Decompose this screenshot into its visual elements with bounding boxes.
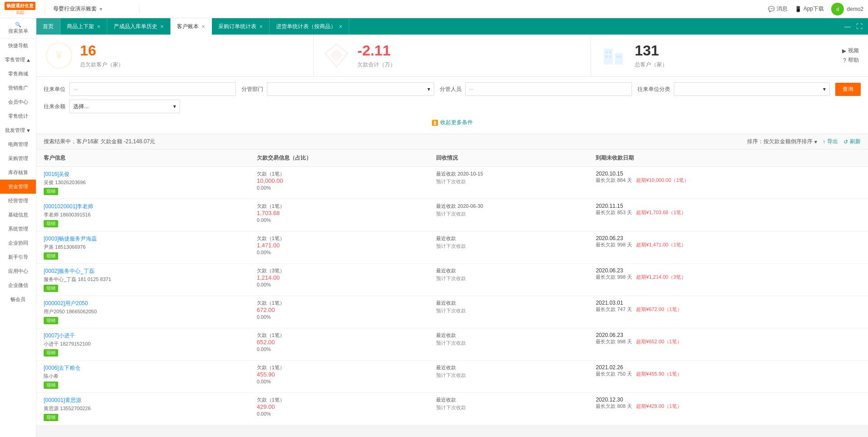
app-download-button[interactable]: 📱 App下载	[795, 5, 824, 13]
tab-customer-account[interactable]: 客户账本 ✕	[171, 18, 212, 35]
sidebar-item-new-guide[interactable]: 新手引导	[0, 250, 36, 264]
sidebar-item-enterprise[interactable]: 企业协同	[0, 236, 36, 250]
sidebar-item-system[interactable]: 系统管理	[0, 222, 36, 236]
sidebar-item-ecommerce[interactable]: 电商管理	[0, 137, 36, 151]
tab-purchase-summary[interactable]: 采购订单统计表 ✕	[212, 18, 270, 35]
tab-purchase-product-summary-label: 进货单统计表（按商品）	[276, 23, 336, 30]
sidebar-item-marketing[interactable]: 营销推广	[0, 81, 36, 95]
overdue-link-6[interactable]: 超期¥455.90（1笔）	[636, 371, 682, 377]
cell-due-1: 2020.11.15 最长欠款 853 天 超期¥1,703.68（1笔）	[588, 199, 868, 231]
branch-dept-label: 分管部门	[241, 85, 263, 93]
overdue-link-5[interactable]: 超期¥652.00（1笔）	[636, 339, 682, 344]
logo-area: 畅捷通好生意 示踪	[5, 2, 41, 16]
debt-info-3: 欠款（3笔）	[257, 267, 421, 274]
sidebar-item-finance[interactable]: 资金管理	[0, 180, 36, 194]
sidebar-item-app-center[interactable]: 应用中心	[0, 264, 36, 278]
customer-name-3[interactable]: [0002]服务中心_丁磊	[44, 267, 242, 275]
top-bar: 畅捷通好生意 示踪 母婴行业演示账套 ▾ 💬 消息 📱 App下载 d demo…	[0, 0, 868, 18]
cell-customer-6: [0006]去下粮仓 陈小希 现销	[36, 361, 250, 393]
sort-selector[interactable]: 排序：按欠款金额倒序排序 ▾	[747, 138, 817, 146]
debt-amount-5[interactable]: 652.00	[257, 339, 421, 346]
arrow-icon: ▲	[26, 57, 31, 63]
debt-amount-1[interactable]: 1,703.68	[257, 210, 421, 216]
close-customer-account-icon[interactable]: ✕	[201, 24, 205, 29]
sidebar-item-enterprise-wechat[interactable]: 企业微信	[0, 278, 36, 292]
source-unit-category-label: 往来单位分类	[637, 85, 670, 93]
debt-ratio-2: 0.00%	[257, 250, 421, 255]
source-unit-input[interactable]: ···	[69, 82, 236, 96]
sidebar-item-retail-stats[interactable]: 零售统计	[0, 109, 36, 123]
tab-minimize-icon[interactable]: —	[843, 22, 853, 31]
customer-name-1[interactable]: [0001020001]李老师	[44, 203, 242, 211]
user-menu[interactable]: d demo2	[831, 3, 863, 15]
video-link[interactable]: ▶ 视频	[842, 47, 859, 55]
sidebar-item-purchase-mgmt[interactable]: 采购管理	[0, 151, 36, 166]
balance-label: 往来余额	[44, 103, 65, 111]
overdue-link-0[interactable]: 超期¥10,000.00（1笔）	[636, 177, 689, 183]
retail-stats-label: 零售统计	[8, 113, 28, 119]
tab-product-shelf[interactable]: 商品上下架 ✕	[60, 18, 107, 35]
cell-collection-2: 最近收款 预计下次收款	[429, 231, 588, 264]
due-date-3: 2020.06.23	[596, 267, 861, 274]
branch-dept-select[interactable]: ▾	[267, 82, 434, 96]
sidebar-item-operations[interactable]: 经营管理	[0, 194, 36, 208]
sidebar-item-quick-nav[interactable]: 快捷导航	[0, 39, 36, 53]
collapse-row[interactable]: ⏫ 收起更多条件	[44, 117, 861, 128]
sidebar-item-basic-info[interactable]: 基础信息	[0, 208, 36, 222]
debt-amount-3[interactable]: 1,214.00	[257, 274, 421, 281]
sidebar-item-member-center[interactable]: 会员中心	[0, 95, 36, 109]
next-collection-3: 预计下次收款	[436, 275, 581, 282]
svg-rect-4	[604, 49, 613, 65]
close-product-shelf-icon[interactable]: ✕	[97, 24, 100, 29]
tab-purchase-product-summary[interactable]: 进货单统计表（按商品） ✕	[270, 18, 349, 35]
sidebar-item-chang-member[interactable]: 畅会员	[0, 292, 36, 306]
due-date-0: 2020.10.15	[596, 171, 861, 177]
source-unit-category-select[interactable]: ▾	[674, 82, 830, 96]
overdue-link-2[interactable]: 超期¥1,471.00（1笔）	[636, 242, 686, 247]
tab-home[interactable]: 首页	[36, 18, 60, 35]
close-purchase-product-summary-icon[interactable]: ✕	[339, 24, 342, 29]
export-button[interactable]: ↑ 导出	[823, 138, 838, 146]
tab-product-history[interactable]: 产成品入库单历史 ✕	[107, 18, 171, 35]
customer-name-2[interactable]: [0003]畅捷服务尹海蕊	[44, 235, 242, 243]
cell-customer-3: [0002]服务中心_丁磊 服务中心_丁磊 181 0125 8371 现销	[36, 264, 250, 296]
help-link[interactable]: ? 帮助	[843, 56, 859, 64]
customer-name-5[interactable]: [0007]小进干	[44, 332, 242, 340]
debt-amount-4[interactable]: 672.00	[257, 306, 421, 313]
close-product-history-icon[interactable]: ✕	[160, 24, 164, 29]
collapse-label: 收起更多条件	[440, 119, 473, 126]
overdue-link-7[interactable]: 超期¥429.00（1笔）	[636, 403, 682, 409]
overdue-link-1[interactable]: 超期¥1,703.68（1笔）	[636, 210, 686, 215]
debt-info-0: 欠款（1笔）	[257, 171, 421, 177]
overdue-link-3[interactable]: 超期¥1,214.00（3笔）	[636, 274, 686, 280]
refresh-button[interactable]: ↺ 刷新	[843, 138, 861, 146]
overdue-days-6: 最长欠款 750 天 超期¥455.90（1笔）	[596, 371, 861, 377]
overdue-link-4[interactable]: 超期¥672.00（1笔）	[636, 306, 682, 312]
tab-actions: — ⛶	[839, 22, 868, 31]
customer-name-6[interactable]: [0006]去下粮仓	[44, 364, 242, 372]
app-download-label: App下载	[803, 5, 824, 13]
stat-info-1: 16 总欠款客户（家）	[80, 42, 124, 69]
sidebar-item-inventory[interactable]: 库存核算	[0, 166, 36, 180]
balance-select[interactable]: 选择... ▾	[69, 100, 180, 113]
debt-amount-2[interactable]: 1,471.00	[257, 242, 421, 249]
sidebar-item-retail-mall[interactable]: 零售商城	[0, 67, 36, 81]
app-selector[interactable]: 母婴行业演示账套 ▾	[49, 5, 140, 13]
debt-amount-0[interactable]: 10,000.00	[257, 177, 421, 184]
search-button[interactable]: 查询	[835, 83, 861, 96]
customer-name-4[interactable]: [000002]用户2050	[44, 300, 242, 307]
debt-info-1: 欠款（1笔）	[257, 203, 421, 210]
sidebar-item-retail-mgmt[interactable]: 零售管理 ▲	[0, 53, 36, 67]
customer-name-7[interactable]: [000001]黄思源	[44, 397, 242, 404]
debt-amount-7[interactable]: 429.00	[257, 403, 421, 410]
customer-name-0[interactable]: [0016]吴俊	[44, 171, 242, 178]
message-button[interactable]: 💬 消息	[768, 5, 788, 13]
overdue-days-1: 最长欠款 853 天 超期¥1,703.68（1笔）	[596, 209, 861, 216]
sidebar-search[interactable]: 🔍 搜索菜单	[0, 18, 36, 39]
debt-amount-6[interactable]: 455.90	[257, 371, 421, 378]
branch-person-input[interactable]: ···	[465, 82, 632, 96]
close-purchase-summary-icon[interactable]: ✕	[259, 24, 263, 29]
enterprise-label: 企业协同	[8, 240, 28, 246]
sidebar-item-batch-mgmt[interactable]: 批发管理 ▼	[0, 123, 36, 137]
tab-maximize-icon[interactable]: ⛶	[854, 22, 864, 31]
